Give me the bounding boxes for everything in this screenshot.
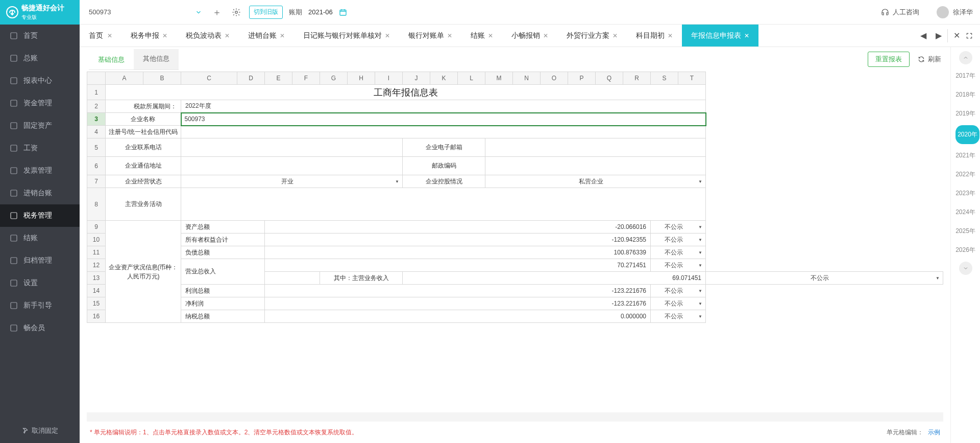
postcode-cell[interactable] xyxy=(485,157,706,175)
year-2021年[interactable]: 2021年 xyxy=(953,146,977,165)
tab-5[interactable]: 银行对账单✕ xyxy=(399,25,461,46)
year-2023年[interactable]: 2023年 xyxy=(953,184,977,203)
value-cell[interactable]: -123.221676 xyxy=(265,285,651,297)
tab-scroll-right[interactable]: ▶ xyxy=(932,29,945,42)
email-cell[interactable] xyxy=(485,138,706,157)
tab-0[interactable]: 首页✕ xyxy=(80,25,121,46)
switch-old-version[interactable]: 切到旧版 xyxy=(249,6,283,19)
col-header[interactable]: L xyxy=(458,72,485,85)
row-header[interactable]: 1 xyxy=(87,85,106,100)
col-header[interactable]: S xyxy=(651,72,678,85)
user-menu[interactable]: 徐泽华 xyxy=(937,6,973,18)
value-cell[interactable]: -20.066016 xyxy=(265,221,651,234)
col-header[interactable]: O xyxy=(541,72,568,85)
holding-select[interactable]: 私营企业 xyxy=(485,175,706,188)
year-2017年[interactable]: 2017年 xyxy=(953,66,977,85)
nav-purchase[interactable]: 进销台账 xyxy=(0,182,80,204)
nav-guide[interactable]: 新手引导 xyxy=(0,294,80,317)
value-cell[interactable]: 0.000000 xyxy=(265,310,651,323)
year-2018年[interactable]: 2018年 xyxy=(953,85,977,104)
fullscreen-button[interactable] xyxy=(963,29,976,42)
nav-fund[interactable]: 资金管理 xyxy=(0,92,80,114)
col-header[interactable]: F xyxy=(292,72,320,85)
publish-select[interactable]: 不公示 xyxy=(651,246,706,259)
publish-select[interactable]: 不公示 xyxy=(706,272,943,285)
nav-ledger[interactable]: 总账 xyxy=(0,47,80,69)
add-button[interactable]: ＋ xyxy=(210,6,224,19)
col-header[interactable]: T xyxy=(678,72,706,85)
nav-closing[interactable]: 结账 xyxy=(0,227,80,249)
col-header[interactable] xyxy=(87,72,106,85)
tab-scroll-left[interactable]: ◀ xyxy=(917,29,930,42)
tab-close[interactable]: ✕ xyxy=(744,32,749,39)
col-header[interactable]: D xyxy=(237,72,265,85)
year-up[interactable] xyxy=(959,51,972,64)
publish-select[interactable]: 不公示 xyxy=(651,310,706,323)
tab-1[interactable]: 税务申报✕ xyxy=(121,25,177,46)
col-header[interactable]: N xyxy=(513,72,541,85)
nav-archive[interactable]: 归档管理 xyxy=(0,249,80,272)
year-2020年[interactable]: 2020年 xyxy=(955,125,979,144)
spreadsheet[interactable]: ABCDEFGHIJKLMNOPQRST1工商年报信息表2税款所属期间：2022… xyxy=(87,72,943,411)
col-header[interactable]: A xyxy=(106,72,143,85)
col-header[interactable]: Q xyxy=(596,72,623,85)
publish-select[interactable]: 不公示 xyxy=(651,221,706,234)
value-cell[interactable]: -123.221676 xyxy=(265,297,651,310)
tab-close[interactable]: ✕ xyxy=(107,32,112,39)
nav-tax[interactable]: 税务管理 xyxy=(0,204,80,227)
grid-hscroll[interactable] xyxy=(87,412,943,422)
nav-asset[interactable]: 固定资产 xyxy=(0,114,80,137)
col-header[interactable]: I xyxy=(375,72,403,85)
col-header[interactable]: K xyxy=(430,72,458,85)
refresh-button[interactable]: 刷新 xyxy=(918,55,941,64)
tab-8[interactable]: 外贸行业方案✕ xyxy=(557,25,627,46)
publish-select[interactable]: 不公示 xyxy=(651,259,706,272)
value-cell[interactable]: 100.876339 xyxy=(265,246,651,259)
col-header[interactable]: P xyxy=(568,72,596,85)
tab-close[interactable]: ✕ xyxy=(488,32,493,39)
unified-code-cell[interactable] xyxy=(181,126,706,138)
tab-3[interactable]: 进销台账✕ xyxy=(239,25,294,46)
year-2025年[interactable]: 2025年 xyxy=(953,222,977,241)
unpin-button[interactable]: 取消固定 xyxy=(0,418,80,443)
year-2019年[interactable]: 2019年 xyxy=(953,104,977,123)
tab-2[interactable]: 税负波动表✕ xyxy=(177,25,239,46)
year-2024年[interactable]: 2024年 xyxy=(953,203,977,222)
nav-settings[interactable]: 设置 xyxy=(0,272,80,294)
col-header[interactable]: H xyxy=(348,72,375,85)
tab-close[interactable]: ✕ xyxy=(162,32,167,39)
col-header[interactable]: G xyxy=(320,72,348,85)
col-header[interactable]: B xyxy=(143,72,181,85)
tab-10[interactable]: 年报信息申报表✕ xyxy=(682,25,758,46)
col-header[interactable]: R xyxy=(623,72,651,85)
year-down[interactable] xyxy=(959,262,972,275)
tax-period[interactable]: 2022年度 xyxy=(181,100,706,113)
nav-home[interactable]: 首页 xyxy=(0,25,80,47)
value-cell[interactable]: -120.942355 xyxy=(265,234,651,246)
value-cell[interactable]: 69.071451 xyxy=(403,272,706,285)
address-cell[interactable] xyxy=(181,157,403,175)
publish-select[interactable]: 不公示 xyxy=(651,234,706,246)
tab-4[interactable]: 日记账与银行对账单核对✕ xyxy=(294,25,399,46)
status-select[interactable]: 开业 xyxy=(181,175,403,188)
tab-close[interactable]: ✕ xyxy=(543,32,548,39)
tab-close-all[interactable]: ✕ xyxy=(947,29,961,42)
tab-close[interactable]: ✕ xyxy=(280,32,285,39)
tab-9[interactable]: 科目期初✕ xyxy=(627,25,682,46)
subtab-other[interactable]: 其他信息 xyxy=(134,49,179,69)
tab-close[interactable]: ✕ xyxy=(385,32,390,39)
publish-select[interactable]: 不公示 xyxy=(651,285,706,297)
tab-close[interactable]: ✕ xyxy=(612,32,618,39)
tab-close[interactable]: ✕ xyxy=(225,32,230,39)
col-header[interactable]: C xyxy=(181,72,237,85)
main-biz-cell[interactable] xyxy=(181,188,706,221)
year-2022年[interactable]: 2022年 xyxy=(953,165,977,184)
account-select[interactable]: 500973 xyxy=(87,5,204,20)
calendar-icon[interactable] xyxy=(339,8,347,16)
tab-7[interactable]: 小畅报销✕ xyxy=(502,25,557,46)
tab-close[interactable]: ✕ xyxy=(447,32,452,39)
tab-6[interactable]: 结账✕ xyxy=(461,25,502,46)
company-name-cell[interactable]: 500973 xyxy=(181,113,706,126)
year-2026年[interactable]: 2026年 xyxy=(953,241,977,260)
subtab-basic[interactable]: 基础信息 xyxy=(89,49,134,69)
